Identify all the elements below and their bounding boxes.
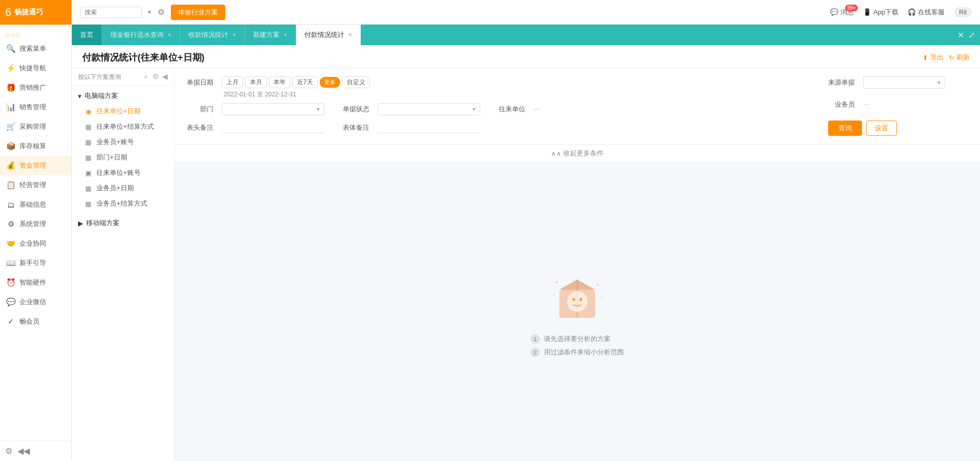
book-icon: 📖 [6, 258, 15, 268]
sidebar-item-label: 系统管理 [19, 219, 46, 229]
partner-select-dots[interactable]: ··· [534, 105, 540, 114]
sidebar-item-basic[interactable]: 🗂 基础信息 [0, 195, 71, 214]
this-month-btn[interactable]: 本月 [245, 76, 267, 88]
export-icon: ⬆ [923, 54, 928, 62]
schema-icon: ▦ [84, 153, 92, 162]
schema-item-salesman-settlement[interactable]: ▦ 业务员+结算方式 [72, 196, 174, 211]
cash-flow-tab-label: 现金银行流水查询 [110, 30, 164, 39]
doc-status-select[interactable]: ▾ [378, 103, 480, 115]
dept-filter-label: 部门 [185, 105, 213, 114]
tab-cash-flow[interactable]: 现金银行流水查询 × [102, 25, 180, 45]
source-filter-label: 来源单据 [826, 78, 855, 87]
left-panel-actions: ＋ ⚙ ◀ [142, 72, 168, 82]
source-select[interactable]: ▾ [863, 76, 945, 89]
desktop-group-arrow-icon: ▾ [78, 92, 82, 100]
settings-schema-btn[interactable]: ⚙ [152, 72, 159, 82]
tab-new-plan[interactable]: 新建方案 × [245, 25, 296, 45]
body-note-input[interactable] [378, 122, 480, 133]
more-dates-btn[interactable]: 更多 [320, 77, 340, 88]
svg-point-9 [601, 297, 603, 298]
sidebar-item-inventory[interactable]: 📦 库存核算 [0, 136, 71, 156]
sidebar-item-corp[interactable]: 🤝 企业协同 [0, 234, 71, 253]
refresh-btn[interactable]: ↻ 刷新 [949, 53, 970, 62]
sidebar-item-system[interactable]: ⚙ 系统管理 [0, 214, 71, 234]
lightning-icon: ⚡ [6, 64, 15, 73]
dropdown-arrow-icon[interactable]: ▾ [148, 8, 151, 16]
mobile-group-arrow-icon: ▶ [78, 219, 83, 227]
tab-home[interactable]: 首页 [72, 25, 102, 45]
this-year-btn[interactable]: 本年 [269, 76, 290, 88]
left-panel: 按以下方案查询 ＋ ⚙ ◀ ▾ 电脑端方案 ◉ 往来单位+日期 [72, 68, 174, 461]
add-schema-btn[interactable]: ＋ [142, 72, 149, 82]
sidebar-item-guide[interactable]: 📖 新手引导 [0, 253, 71, 273]
tab-payments[interactable]: 付款情况统计 × [296, 25, 361, 45]
collapse-more-bar[interactable]: ∧∧ 收起更多条件 [174, 145, 980, 163]
tab-close-payments[interactable]: × [348, 31, 352, 38]
sidebar-item-weixin[interactable]: 💬 企业微信 [0, 292, 71, 312]
settings-icon[interactable]: ⚙ [158, 7, 165, 17]
dept-select[interactable]: ▾ [222, 103, 324, 115]
schema-item-label: 往来单位+结算方式 [96, 122, 154, 131]
schema-item-label: 业务员+结算方式 [96, 199, 147, 208]
schema-item-dept-date[interactable]: ▦ 部门+日期 [72, 150, 174, 165]
trial-btn[interactable]: 体验行业方案 [171, 5, 225, 20]
salesman-select-dots[interactable]: ··· [863, 100, 870, 109]
clock-icon: ⏰ [6, 278, 15, 287]
sidebar-item-ops[interactable]: 📋 经营管理 [0, 175, 71, 195]
topbar-logo [80, 7, 142, 18]
message-icon: 💬 [830, 8, 838, 16]
hint-1-text: 请先选择要分析的方案 [544, 334, 611, 344]
schema-item-unit-settlement[interactable]: ▦ 往来单位+结算方式 [72, 119, 174, 134]
settings-footer-btn[interactable]: ⚙ [5, 446, 12, 456]
maximize-btn[interactable]: ⤢ [968, 30, 975, 40]
schema-item-salesman-account[interactable]: ▦ 业务员+账号 [72, 134, 174, 150]
sidebar-item-sales[interactable]: 📊 销售管理 [0, 97, 71, 117]
app-download-btn[interactable]: 📱 App下载 [863, 8, 898, 17]
topbar-search-input[interactable] [80, 7, 142, 18]
sidebar-item-label: 资金管理 [19, 161, 46, 170]
date-filter-label: 单据日期 [185, 78, 213, 87]
desktop-group-header[interactable]: ▾ 电脑端方案 [72, 88, 174, 104]
tab-receipts[interactable]: 收款情况统计 × [180, 25, 245, 45]
last-7days-btn[interactable]: 近7天 [292, 76, 318, 88]
schema-item-salesman-date[interactable]: ▦ 业务员+日期 [72, 181, 174, 196]
schema-item-unit-date[interactable]: ◉ 往来单位+日期 [72, 104, 174, 119]
cart-icon: 🛒 [6, 122, 15, 131]
sidebar-item-search[interactable]: 🔍 搜索菜单 [0, 39, 71, 58]
custom-date-btn[interactable]: 自定义 [342, 76, 370, 88]
body-layout: 按以下方案查询 ＋ ⚙ ◀ ▾ 电脑端方案 ◉ 往来单位+日期 [72, 68, 980, 461]
content-area: 付款情况统计(往来单位+日期) ⬆ 导出 ↻ 刷新 按以下方案查询 ＋ [72, 45, 980, 461]
tab-close-cash-flow[interactable]: × [168, 31, 171, 38]
last-month-btn[interactable]: 上月 [222, 76, 243, 88]
notifications-btn[interactable]: 💬 消息 99+ [830, 8, 854, 17]
active-schema-icon: ◉ [84, 107, 92, 115]
mobile-schema-group: ▶ 移动端方案 [72, 213, 174, 233]
filter-settings-btn[interactable]: 设置 [866, 121, 897, 136]
filter-row-salesman: 业务员 ··· [826, 100, 970, 109]
collapse-sidebar-btn[interactable]: ◀◀ [17, 446, 30, 456]
dept-dropdown-icon: ▾ [317, 106, 320, 113]
collapse-left-panel-btn[interactable]: ◀ [162, 72, 168, 82]
sidebar-item-finance[interactable]: 💰 资金管理 [0, 156, 71, 175]
export-btn[interactable]: ⬆ 导出 [923, 53, 944, 62]
header-note-input[interactable] [222, 122, 324, 133]
sidebar-item-member[interactable]: ✓ 畅会员 [0, 312, 71, 331]
sidebar-item-hardware[interactable]: ⏰ 智能硬件 [0, 273, 71, 292]
query-btn[interactable]: 查询 [828, 121, 862, 136]
user-menu-btn[interactable]: Rit [954, 7, 972, 17]
sidebar-item-quick-nav[interactable]: ⚡ 快捷导航 [0, 58, 71, 78]
sidebar-item-purchase[interactable]: 🛒 采购管理 [0, 117, 71, 136]
schema-item-label: 部门+日期 [96, 153, 127, 162]
sidebar-item-marketing[interactable]: 🎁 营销推广 [0, 78, 71, 97]
home-tab-label: 首页 [80, 30, 93, 39]
schema-item-unit-account[interactable]: ▣ 往来单位+账号 [72, 165, 174, 181]
close-all-tabs-btn[interactable]: ✕ [957, 30, 964, 40]
salesman-filter-label: 业务员 [826, 100, 855, 109]
online-service-btn[interactable]: 🎧 在线客服 [908, 8, 945, 17]
tab-close-new-plan[interactable]: × [284, 31, 287, 38]
mobile-group-header[interactable]: ▶ 移动端方案 [72, 215, 174, 231]
tab-close-receipts[interactable]: × [232, 31, 236, 38]
sidebar-header: 6 畅捷通巧 [0, 0, 71, 25]
empty-hint-1: 1 请先选择要分析的方案 [531, 334, 624, 344]
sidebar-item-label: 快捷导航 [19, 64, 46, 73]
